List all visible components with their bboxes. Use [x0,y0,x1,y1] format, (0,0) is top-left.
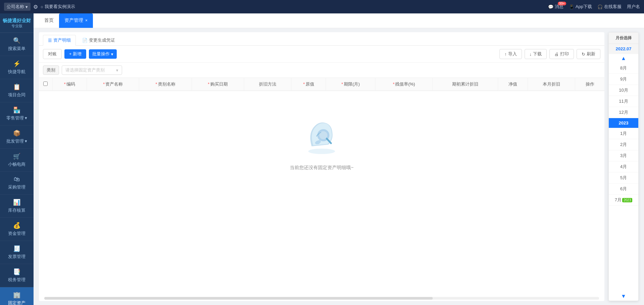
month-item[interactable]: 6月 [609,184,638,195]
sidebar-icon: 📑 [13,268,20,275]
sidebar-brand: 畅捷通好业财 [3,17,31,23]
sidebar-item-label: 发票管理 [8,254,25,260]
month-item[interactable]: 10月 [609,85,638,96]
month-year-display[interactable]: 2022.07 [609,44,638,54]
month-item[interactable]: 8月 [609,63,638,74]
checkbox-column [39,78,52,91]
sidebar-item-零售管理[interactable]: 🏪 零售管理 ▾ [0,102,34,125]
sidebar-item-搜索菜单[interactable]: 🔍 搜索菜单 [0,33,34,56]
download-icon: ↓ [530,52,532,57]
table-container: *编码*资产名称*类别名称*购买日期折旧方法*原值*期限(月)*残值率(%)期初… [39,78,604,296]
month-item[interactable]: 12月 [609,107,638,118]
month-item[interactable]: 11月 [609,96,638,107]
sidebar-icon: 🏢 [13,291,20,299]
column-accumulated_depreciation: 期初累计折旧 [433,78,498,91]
main-layout: 畅捷通好业财 专业版 🔍 搜索菜单⚡ 快捷导航📋 项目合同🏪 零售管理 ▾📦 批… [0,13,644,305]
column-original_value: *原值 [291,78,326,91]
column-monthly_depreciation: 本月折旧 [528,78,575,91]
month-item[interactable]: 7月2023 [609,195,638,206]
category-select[interactable]: 请选择固定资产类别 ▾ [62,65,122,75]
column-operation: 操作 [575,78,604,91]
sidebar-item-label: 项目合同 [8,92,25,98]
month-item[interactable]: 9月 [609,74,638,85]
chevron-down-icon: ▾ [116,68,118,73]
app-download-button[interactable]: 📱 App下载 [569,4,592,10]
top-bar-left: 公司名称 ▾ ⚙ ○ 我要看实例演示 [4,3,545,11]
demo-icon: ○ [41,4,43,9]
sidebar-icon: 💰 [13,222,20,229]
batch-button[interactable]: 批量操作 ▾ [89,49,117,59]
sidebar-item-固定资产[interactable]: 🏢 固定资产 [0,287,34,305]
list-icon: ☰ [48,38,52,43]
sidebar-item-label: 采购管理 [8,184,25,190]
month-picker: 月份选择 2022.07 ▲ 8月9月10月11月12月20231月2月3月4月… [608,32,639,301]
message-button[interactable]: 💬 消息 99+ [548,4,564,10]
print-button[interactable]: 🖨 打印 [549,49,574,59]
demo-link[interactable]: ○ 我要看实例演示 [41,4,75,10]
download-button[interactable]: ↓ 下载 [525,49,547,59]
toolbar-right: ↑ 导入 ↓ 下载 🖨 打印 ↻ 刷新 [499,49,600,59]
month-item[interactable]: 4月 [609,161,638,172]
month-item[interactable]: 5月 [609,172,638,184]
month-list: 8月9月10月11月12月20231月2月3月4月5月6月7月2023 [609,63,638,292]
month-item[interactable]: 2月 [609,139,638,150]
sidebar-items: 🔍 搜索菜单⚡ 快捷导航📋 项目合同🏪 零售管理 ▾📦 批发管理 ▾🛒 小畅电商… [0,33,34,305]
sub-tab-change-voucher[interactable]: 📄 变更生成凭证 [77,35,120,46]
scrollbar-thumb[interactable] [44,297,433,300]
picker-arrow-down[interactable]: ▼ [609,292,638,301]
filter-bar: 类别 请选择固定资产类别 ▾ [39,63,604,78]
picker-arrow-up[interactable]: ▲ [609,54,638,63]
sidebar-item-库存核算[interactable]: 📊 库存核算 [0,195,34,218]
sidebar-icon: 🏪 [13,106,20,114]
reconcile-button[interactable]: 对账 [43,49,62,59]
month-item[interactable]: 1月 [609,128,638,139]
top-bar-right: 💬 消息 99+ 📱 App下载 🎧 在线客服 用户名 [548,4,640,10]
headset-icon: 🎧 [597,4,603,9]
company-selector[interactable]: 公司名称 ▾ [4,3,31,11]
online-service-button[interactable]: 🎧 在线客服 [597,4,622,10]
category-label: 类别 [43,65,59,75]
tab-bar: 首页 资产管理 × [34,13,644,28]
sidebar-item-发票管理[interactable]: 🧾 发票管理 [0,241,34,264]
sidebar-item-税务管理[interactable]: 📑 税务管理 [0,264,34,287]
month-picker-header: 月份选择 [609,33,638,44]
import-icon: ↑ [504,52,507,57]
sidebar-item-label: 快捷导航 [8,69,25,75]
tab-home[interactable]: 首页 [39,13,59,28]
message-icon: 💬 [548,4,553,9]
add-button[interactable]: + 新增 [64,49,86,59]
dropdown-icon: ▾ [25,4,28,9]
sidebar-item-采购管理[interactable]: 🛍 采购管理 [0,172,34,195]
column-depreciation_method: 折旧方法 [244,78,291,91]
sidebar-item-小畅电商[interactable]: 🛒 小畅电商 [0,149,34,172]
import-button[interactable]: ↑ 导入 [499,49,522,59]
tab-close-button[interactable]: × [85,18,88,23]
table-header: *编码*资产名称*类别名称*购买日期折旧方法*原值*期限(月)*残值率(%)期初… [39,78,604,91]
sidebar-item-批发管理[interactable]: 📦 批发管理 ▾ [0,125,34,149]
user-info[interactable]: 用户名 [627,4,640,10]
tab-asset-management[interactable]: 资产管理 × [59,13,93,28]
message-badge: 99+ [558,2,566,5]
sidebar-item-label: 小畅电商 [8,161,25,167]
sidebar-brand-sub: 专业版 [3,23,31,29]
refresh-button[interactable]: ↻ 刷新 [577,49,600,59]
column-period: *期限(月) [326,78,375,91]
sidebar-icon: 🛍 [14,176,20,183]
sidebar-item-快捷导航[interactable]: ⚡ 快捷导航 [0,56,34,79]
phone-icon: 📱 [569,4,574,9]
sub-tabs: ☰ 资产明细 📄 变更生成凭证 [39,32,604,46]
settings-icon[interactable]: ⚙ [33,4,38,10]
select-all-checkbox[interactable] [43,82,48,86]
month-item[interactable]: 3月 [609,150,638,161]
empty-text: 当前您还没有固定资产明细哦~ [290,165,354,171]
horizontal-scrollbar[interactable] [44,297,599,300]
sidebar-item-项目合同[interactable]: 📋 项目合同 [0,79,34,102]
batch-dropdown-icon: ▾ [111,52,113,57]
sub-tab-asset-detail[interactable]: ☰ 资产明细 [43,35,76,46]
sidebar-item-资金管理[interactable]: 💰 资金管理 [0,218,34,241]
sidebar-header: 畅捷通好业财 专业版 [0,13,34,33]
sidebar: 畅捷通好业财 专业版 🔍 搜索菜单⚡ 快捷导航📋 项目合同🏪 零售管理 ▾📦 批… [0,13,34,305]
column-category: *类别名称 [139,78,192,91]
sidebar-icon: 📋 [13,83,20,91]
month-item[interactable]: 2023 [609,118,638,128]
